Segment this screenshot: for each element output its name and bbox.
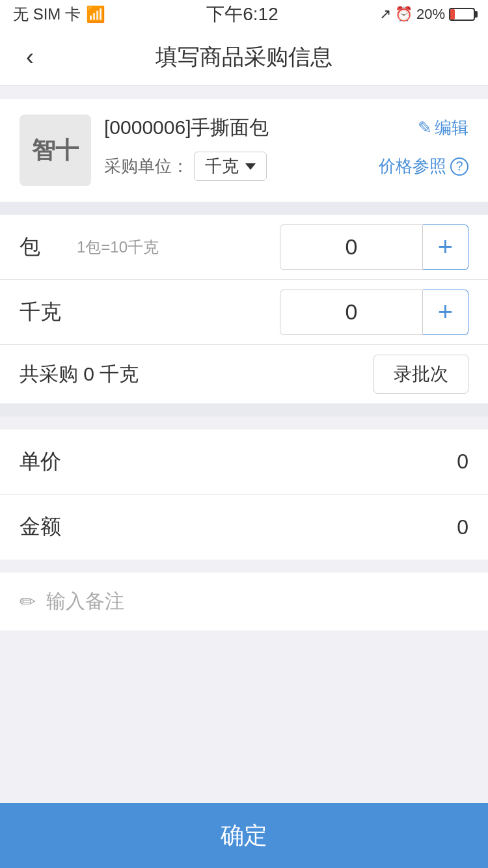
battery-icon — [449, 8, 475, 21]
input-section: 包 1包=10千克 + 千克 + — [0, 215, 488, 345]
remark-placeholder: 输入备注 — [46, 588, 124, 615]
status-time: 下午6:12 — [206, 2, 278, 27]
separator-1 — [0, 202, 488, 215]
summary-row: 共采购 0 千克 录批次 — [0, 345, 488, 403]
unit-value: 千克 — [205, 155, 239, 178]
unit-price-label: 单价 — [20, 448, 61, 476]
amount-label: 金额 — [20, 513, 61, 541]
amount-row: 金额 0 — [0, 495, 488, 560]
status-right: ↗ ⏰ 20% — [379, 6, 475, 23]
product-info-top: [0000006]手撕面包 ✎ 编辑 — [104, 115, 468, 141]
alarm-icon: ⏰ — [395, 6, 413, 23]
kg-quantity-input[interactable] — [280, 290, 423, 335]
unit-price-value: 0 — [457, 450, 468, 474]
purchase-unit-label: 采购单位： — [104, 155, 189, 178]
bag-label: 包 — [20, 233, 72, 262]
kg-plus-button[interactable]: + — [423, 290, 468, 335]
help-icon: ? — [450, 157, 468, 176]
kg-label: 千克 — [20, 298, 72, 327]
back-button[interactable]: ‹ — [20, 37, 40, 77]
unit-price-row: 单价 0 — [0, 429, 488, 495]
page-title: 填写商品采购信息 — [156, 42, 332, 72]
status-bar: 无 SIM 卡 📶 下午6:12 ↗ ⏰ 20% — [0, 0, 488, 29]
wifi-icon: 📶 — [86, 5, 105, 23]
product-info-bottom: 采购单位： 千克 价格参照 ? — [104, 152, 468, 181]
product-card: 智十 [0000006]手撕面包 ✎ 编辑 采购单位： 千克 价格参照 ? — [0, 99, 488, 202]
product-thumbnail: 智十 — [20, 115, 91, 186]
batch-button[interactable]: 录批次 — [373, 355, 468, 394]
sim-label: 无 SIM 卡 — [13, 4, 81, 25]
price-section: 单价 0 金额 0 — [0, 429, 488, 560]
bag-input-right: + — [280, 224, 468, 270]
nav-bar: ‹ 填写商品采购信息 — [0, 29, 488, 86]
edit-icon: ✎ — [418, 118, 432, 138]
edit-button[interactable]: ✎ 编辑 — [418, 116, 468, 139]
battery-percent: 20% — [416, 6, 445, 23]
unit-selector[interactable]: 千克 — [194, 152, 267, 181]
status-left: 无 SIM 卡 📶 — [13, 4, 105, 25]
price-ref-button[interactable]: 价格参照 ? — [379, 155, 468, 178]
product-name: [0000006]手撕面包 — [104, 115, 269, 141]
purchase-unit: 采购单位： 千克 — [104, 152, 267, 181]
location-icon: ↗ — [379, 6, 391, 23]
bag-quantity-input[interactable] — [280, 224, 423, 270]
amount-value: 0 — [457, 515, 468, 539]
kg-input-right: + — [280, 290, 468, 335]
chevron-down-icon — [245, 163, 256, 170]
bag-plus-button[interactable]: + — [423, 224, 468, 270]
product-info: [0000006]手撕面包 ✎ 编辑 采购单位： 千克 价格参照 ? — [104, 115, 468, 181]
bag-input-row: 包 1包=10千克 + — [0, 215, 488, 280]
kg-input-row: 千克 + — [0, 280, 488, 345]
product-logo: 智十 — [32, 135, 79, 167]
remark-section[interactable]: ✏ 输入备注 — [0, 573, 488, 631]
separator-2 — [0, 403, 488, 416]
pencil-icon: ✏ — [20, 590, 36, 613]
confirm-button[interactable]: 确定 — [0, 803, 488, 868]
summary-text: 共采购 0 千克 — [20, 361, 139, 388]
bag-sublabel: 1包=10千克 — [77, 237, 280, 258]
empty-area — [0, 631, 488, 813]
